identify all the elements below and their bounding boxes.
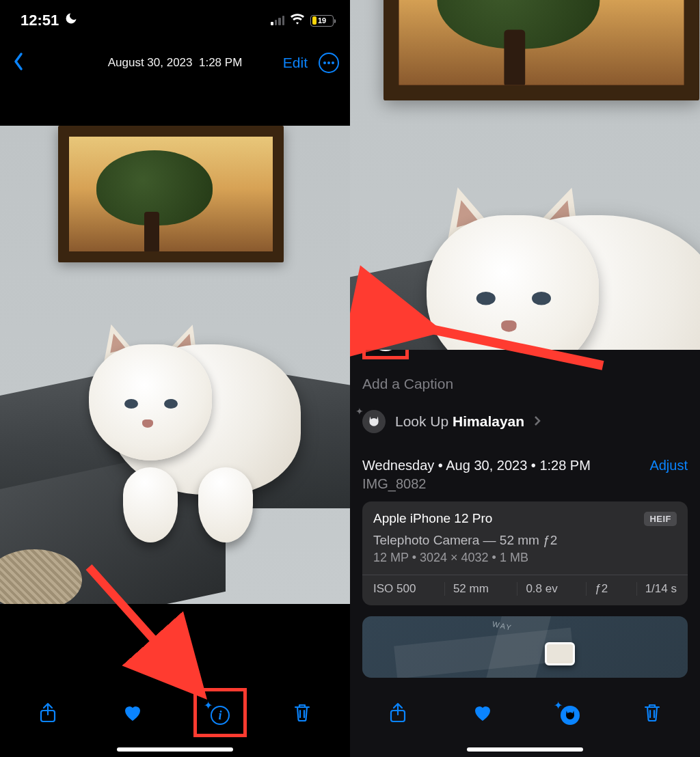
svg-point-0 [323,61,326,64]
home-indicator[interactable] [117,747,233,752]
caption-field[interactable]: Add a Caption [362,366,688,404]
info-sparkle-icon: ✦ i [205,700,230,725]
status-time: 12:51 [21,12,59,29]
location-map-card[interactable]: WAY [362,616,688,678]
pet-sparkle-icon: ✦ [555,700,580,725]
photo-filename: IMG_8082 [362,473,688,501]
back-button[interactable] [11,52,26,74]
visual-lookup-row[interactable]: ✦ Look Up Himalayan [362,404,688,448]
phone-screen-left: 12:51 19 August 30, 2023 [0,0,350,757]
battery-icon: 19 [310,15,334,27]
visual-lookup-subject-badge[interactable] [371,350,401,351]
delete-button[interactable] [637,698,667,728]
photo-toolbar: ✦ i [0,682,350,757]
chevron-right-icon [534,413,541,430]
favorite-button[interactable] [468,698,498,728]
tutorial-side-by-side: 12:51 19 August 30, 2023 [0,0,700,757]
lens-info: Telephoto Camera — 52 mm ƒ2 [373,533,677,548]
camera-metadata-card: Apple iPhone 12 Pro HEIF Telephoto Camer… [362,501,688,605]
photo-viewer-with-info[interactable] [350,0,700,350]
wifi-icon [290,12,305,29]
edit-button[interactable]: Edit [283,55,308,71]
share-button[interactable] [33,698,63,728]
adjust-datetime-button[interactable]: Adjust [649,458,688,473]
svg-point-1 [327,61,330,64]
visual-lookup-label: Look Up Himalayan [395,413,524,430]
photo-viewer[interactable] [0,85,350,645]
device-model: Apple iPhone 12 Pro [373,511,492,526]
exif-row: ISO 500 52 mm 0.8 ev ƒ2 1/14 s [373,582,677,596]
photo-content-placeholder [350,0,700,350]
delete-button[interactable] [287,698,317,728]
visual-lookup-button-active[interactable]: ✦ [552,698,582,728]
share-button[interactable] [383,698,413,728]
phone-screen-right: Add a Caption ✦ Look Up Himalayan Wednes… [350,0,700,757]
map-photo-pin [545,642,575,665]
annotation-highlight-visual-lookup-badge [362,350,409,359]
map-street-label: WAY [492,620,513,632]
do-not-disturb-icon [64,12,78,29]
file-format-badge: HEIF [644,512,677,526]
svg-point-2 [332,61,334,64]
photo-nav-bar: August 30, 2023 1:28 PM Edit [0,41,350,85]
photo-toolbar: ✦ [350,682,700,757]
home-indicator[interactable] [467,747,583,752]
info-button[interactable]: ✦ i [202,698,232,728]
status-bar: 12:51 19 [0,0,350,41]
cellular-signal-icon [271,16,284,25]
cat-icon: ✦ [362,410,386,433]
photo-date-line: Wednesday • Aug 30, 2023 • 1:28 PM [362,458,591,473]
more-menu-button[interactable] [319,53,339,73]
image-dimensions: 12 MP • 3024 × 4032 • 1 MB [373,551,677,565]
favorite-button[interactable] [118,698,148,728]
photo-content-placeholder [0,126,350,604]
